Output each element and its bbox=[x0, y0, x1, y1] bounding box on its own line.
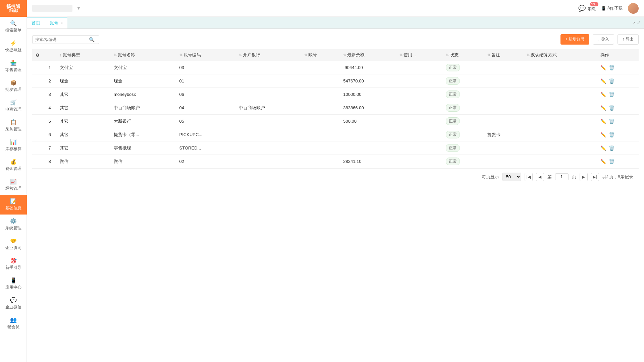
row-account-name-6: 零售抵现 bbox=[110, 141, 176, 155]
th-usage[interactable]: 使用... bbox=[396, 49, 442, 61]
sidebar-icon-inventory-mgmt: 📊 bbox=[1, 139, 25, 145]
row-usage-2 bbox=[396, 88, 442, 101]
sidebar-item-beginner-guide[interactable]: 🎯新手引导 bbox=[0, 254, 27, 274]
search-box: 🔍 bbox=[32, 35, 99, 44]
sidebar-item-enterprise-agreement[interactable]: 🤝企业协同 bbox=[0, 234, 27, 254]
sidebar-item-enterprise-wechat[interactable]: 💬企业微信 bbox=[0, 294, 27, 313]
sidebar-item-operations-mgmt[interactable]: 📈经营管理 bbox=[0, 175, 27, 195]
row-bank-2 bbox=[235, 88, 301, 101]
row-usage-0 bbox=[396, 61, 442, 74]
sidebar-item-membership[interactable]: 👥畅会员 bbox=[0, 313, 27, 333]
delete-icon-4[interactable]: 🗑️ bbox=[609, 119, 614, 124]
accounts-table: ⚙ 账号类型 账号名称 账号编码 开户银行 账号 最新余额 使用... 状态 备… bbox=[32, 49, 639, 168]
delete-icon-1[interactable]: 🗑️ bbox=[609, 78, 614, 84]
export-icon: ↑ bbox=[623, 37, 625, 42]
add-account-button[interactable]: + 新增账号 bbox=[560, 34, 589, 45]
row-account-no-4 bbox=[301, 115, 340, 128]
close-all-icon[interactable]: × bbox=[633, 20, 636, 25]
row-usage-5 bbox=[396, 128, 442, 141]
th-bank[interactable]: 开户银行 bbox=[235, 49, 301, 61]
sidebar-item-inventory-mgmt[interactable]: 📊库存核算 bbox=[0, 135, 27, 155]
th-default-settlement[interactable]: 默认结算方式 bbox=[523, 49, 597, 61]
row-num-7: 8 bbox=[43, 155, 56, 168]
th-account-type[interactable]: 账号类型 bbox=[56, 49, 110, 61]
delete-icon-0[interactable]: 🗑️ bbox=[609, 65, 614, 70]
topbar-search-input[interactable] bbox=[32, 5, 72, 12]
total-label: 共1页，8条记录 bbox=[602, 174, 633, 180]
th-remark[interactable]: 备注 bbox=[484, 49, 524, 61]
sidebar-item-retail-mgmt[interactable]: 🏪零售管理 bbox=[0, 56, 27, 76]
search-input[interactable] bbox=[35, 37, 89, 42]
search-icon: 🔍 bbox=[89, 37, 95, 42]
sidebar-item-quick-nav[interactable]: ⚡快捷导航 bbox=[0, 37, 27, 56]
topbar-dropdown-icon[interactable]: ▼ bbox=[76, 6, 81, 11]
th-account-name[interactable]: 账号名称 bbox=[110, 49, 176, 61]
app-logo: 畅捷通 乐速版 bbox=[0, 0, 27, 17]
edit-icon-3[interactable]: ✏️ bbox=[600, 105, 606, 111]
row-num-1: 2 bbox=[43, 74, 56, 88]
status-badge-2: 正常 bbox=[446, 90, 460, 98]
edit-icon-0[interactable]: ✏️ bbox=[600, 65, 606, 70]
edit-icon-4[interactable]: ✏️ bbox=[600, 119, 606, 124]
sidebar-icon-beginner-guide: 🎯 bbox=[1, 257, 25, 264]
sidebar-item-purchase-mgmt[interactable]: 📋采购管理 bbox=[0, 116, 27, 135]
row-default-settlement-3 bbox=[523, 101, 597, 115]
sidebar-label-enterprise-wechat: 企业微信 bbox=[5, 305, 21, 309]
th-account-no[interactable]: 账号 bbox=[301, 49, 340, 61]
edit-icon-1[interactable]: ✏️ bbox=[600, 78, 606, 84]
sidebar-item-finance-mgmt[interactable]: 💰资金管理 bbox=[0, 155, 27, 175]
edit-icon-6[interactable]: ✏️ bbox=[600, 145, 606, 151]
th-status[interactable]: 状态 bbox=[442, 49, 484, 61]
right-panel: ▼ 💬 99+ 消息 📱 App下载 首页 账号 bbox=[27, 0, 644, 362]
row-num-4: 5 bbox=[43, 115, 56, 128]
sidebar-item-system-mgmt[interactable]: ⚙️系统管理 bbox=[0, 215, 27, 234]
row-remark-1 bbox=[484, 74, 524, 88]
sidebar-item-wholesale-mgmt[interactable]: 📦批发管理 bbox=[0, 76, 27, 96]
row-default-settlement-4 bbox=[523, 115, 597, 128]
table-row: 2 现金 现金 01 547670.00 正常 ✏️ 🗑️ bbox=[32, 74, 639, 88]
user-avatar[interactable] bbox=[628, 3, 639, 14]
action-icons-5: ✏️ 🗑️ bbox=[600, 132, 635, 137]
tab-account[interactable]: 账号 × bbox=[45, 17, 67, 28]
row-account-name-1: 现金 bbox=[110, 74, 176, 88]
status-badge-7: 正常 bbox=[446, 158, 460, 165]
sidebar-item-search-menu[interactable]: 🔍搜索菜单 bbox=[0, 17, 27, 37]
th-balance[interactable]: 最新余额 bbox=[340, 49, 396, 61]
delete-icon-5[interactable]: 🗑️ bbox=[609, 132, 614, 137]
tab-home[interactable]: 首页 bbox=[27, 17, 45, 28]
topbar-message-btn[interactable]: 💬 99+ 消息 bbox=[578, 5, 596, 12]
sidebar-item-basic-info[interactable]: 📝基础信息 bbox=[0, 195, 27, 215]
row-num-5: 6 bbox=[43, 128, 56, 141]
row-account-name-2: moneybosx bbox=[110, 88, 176, 101]
sidebar-icon-operations-mgmt: 📈 bbox=[1, 178, 25, 185]
action-icons-0: ✏️ 🗑️ bbox=[600, 65, 635, 70]
last-page-btn[interactable]: ▶| bbox=[591, 173, 599, 181]
tab-close-icon[interactable]: × bbox=[60, 21, 63, 25]
row-settings-3 bbox=[32, 101, 43, 115]
prev-page-btn[interactable]: ◀ bbox=[536, 173, 544, 181]
import-button[interactable]: ↓ 导入 bbox=[593, 34, 614, 45]
next-page-btn[interactable]: ▶ bbox=[580, 173, 588, 181]
delete-icon-7[interactable]: 🗑️ bbox=[609, 159, 614, 164]
app-download-btn[interactable]: 📱 App下载 bbox=[601, 5, 623, 11]
th-settings[interactable]: ⚙ bbox=[32, 49, 43, 61]
edit-icon-7[interactable]: ✏️ bbox=[600, 159, 606, 164]
action-icons-4: ✏️ 🗑️ bbox=[600, 119, 635, 124]
sidebar-item-app-center[interactable]: 📱应用中心 bbox=[0, 274, 27, 294]
edit-icon-2[interactable]: ✏️ bbox=[600, 92, 606, 97]
first-page-btn[interactable]: |◀ bbox=[525, 173, 533, 181]
edit-icon-5[interactable]: ✏️ bbox=[600, 132, 606, 137]
row-action-1: ✏️ 🗑️ bbox=[597, 74, 639, 88]
sidebar-item-ecommerce-mgmt[interactable]: 🛒电商管理 bbox=[0, 96, 27, 116]
delete-icon-3[interactable]: 🗑️ bbox=[609, 105, 614, 111]
delete-icon-2[interactable]: 🗑️ bbox=[609, 92, 614, 97]
th-account-code[interactable]: 账号编码 bbox=[176, 49, 235, 61]
expand-icon[interactable]: ⤢ bbox=[637, 20, 641, 25]
row-account-code-5: PICKUPC... bbox=[176, 128, 235, 141]
export-button[interactable]: ↑ 导出 bbox=[618, 34, 639, 45]
per-page-select[interactable]: 50 20 100 bbox=[502, 173, 521, 181]
row-num-2: 3 bbox=[43, 88, 56, 101]
page-input[interactable] bbox=[555, 173, 569, 180]
th-num bbox=[43, 49, 56, 61]
delete-icon-6[interactable]: 🗑️ bbox=[609, 145, 614, 151]
